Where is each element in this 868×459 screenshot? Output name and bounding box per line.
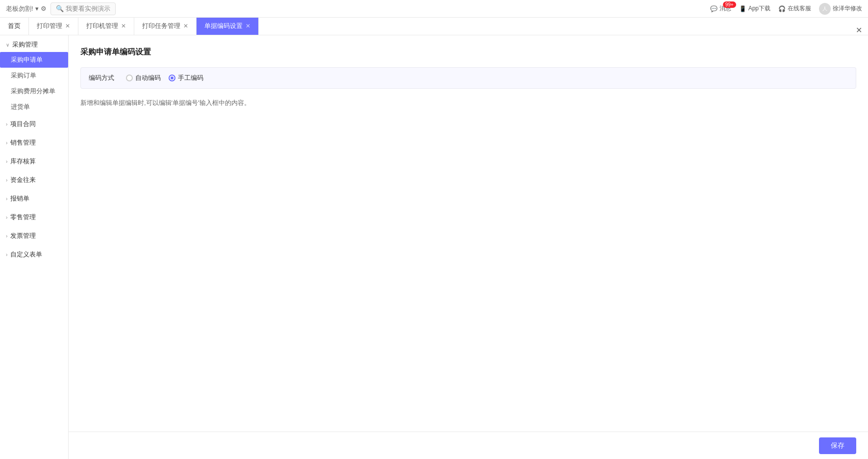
sidebar-group-label-custom: 自定义表单 xyxy=(10,250,42,259)
message-button[interactable]: 💬 消息 99+ xyxy=(710,4,731,13)
sidebar-item-purchase-order[interactable]: 采购订单 xyxy=(0,68,68,83)
manual-encode-radio[interactable]: 手工编码 xyxy=(169,74,203,82)
content-area: 采购申请单编码设置 编码方式 自动编码 手工编码 新增和编辑单据编辑时,可以编辑… xyxy=(69,35,868,459)
sidebar-group-label-invoice: 发票管理 xyxy=(10,231,36,240)
search-text: 我要看实例演示 xyxy=(66,4,110,13)
manual-encode-label: 手工编码 xyxy=(178,74,203,82)
message-badge: 99+ xyxy=(723,1,736,8)
sidebar-group-label-capital: 资金往来 xyxy=(10,176,36,184)
arrow-right-icon-project: › xyxy=(6,122,7,127)
user-name: 徐泽华修改 xyxy=(833,4,862,13)
tab-print-task[interactable]: 打印任务管理 ✕ xyxy=(134,17,197,35)
app-icon: 📱 xyxy=(739,5,746,12)
sidebar-group-project[interactable]: › 项目合同 xyxy=(0,115,68,133)
save-button[interactable]: 保存 xyxy=(819,437,856,454)
tab-bar: 首页 打印管理 ✕ 打印机管理 ✕ 打印任务管理 ✕ 单据编码设置 ✕ ✕ xyxy=(0,18,868,35)
top-bar: 老板勿割! ▾ ⚙ 🔍 我要看实例演示 💬 消息 99+ 📱 App下载 🎧 在… xyxy=(0,0,868,18)
sidebar-group-label-inventory: 库存核算 xyxy=(10,157,36,166)
tab-printer-management[interactable]: 打印机管理 ✕ xyxy=(78,17,134,35)
sidebar-item-purchase-expense[interactable]: 采购费用分摊单 xyxy=(0,83,68,99)
avatar: 人 xyxy=(819,3,831,15)
auto-encode-label: 自动编码 xyxy=(135,74,161,82)
sidebar-group-label-project: 项目合同 xyxy=(10,120,36,128)
close-all-tabs[interactable]: ✕ xyxy=(856,26,868,35)
sidebar-item-purchase-request[interactable]: 采购申请单 xyxy=(0,52,68,68)
auto-encode-radio-circle xyxy=(126,75,133,81)
app-download-button[interactable]: 📱 App下载 xyxy=(739,4,770,13)
sidebar: ∨ 采购管理 采购申请单 采购订单 采购费用分摊单 进货单 › 项目合同 › 销… xyxy=(0,35,69,459)
logo-text: 老板勿割! xyxy=(6,4,33,13)
sidebar-item-label-purchase-expense: 采购费用分摊单 xyxy=(11,87,55,96)
app-logo: 老板勿割! ▾ ⚙ xyxy=(6,4,47,13)
sidebar-group-label-retail: 零售管理 xyxy=(10,213,36,222)
sidebar-group-custom-form[interactable]: › 自定义表单 xyxy=(0,245,68,264)
dropdown-icon[interactable]: ▾ xyxy=(35,5,39,12)
arrow-right-icon-expense: › xyxy=(6,196,7,202)
message-icon: 💬 xyxy=(710,5,718,12)
sidebar-group-invoice[interactable]: › 发票管理 xyxy=(0,227,68,245)
close-tab-encode-setting[interactable]: ✕ xyxy=(246,23,250,29)
sidebar-item-label-goods-receipt: 进货单 xyxy=(11,102,30,111)
arrow-right-icon-retail: › xyxy=(6,215,7,220)
tab-home[interactable]: 首页 xyxy=(0,17,29,35)
sidebar-group-expense-claim[interactable]: › 报销单 xyxy=(0,189,68,208)
top-bar-left: 老板勿割! ▾ ⚙ 🔍 我要看实例演示 xyxy=(6,2,116,15)
close-tab-print-management[interactable]: ✕ xyxy=(65,23,70,29)
sidebar-group-label-purchase: 采购管理 xyxy=(12,40,38,49)
encoding-section: 编码方式 自动编码 手工编码 xyxy=(80,67,856,89)
page-content: 采购申请单编码设置 编码方式 自动编码 手工编码 新增和编辑单据编辑时,可以编辑… xyxy=(69,35,868,432)
search-bar[interactable]: 🔍 我要看实例演示 xyxy=(50,2,116,15)
tab-print-management[interactable]: 打印管理 ✕ xyxy=(29,17,78,35)
sidebar-item-label-purchase-order: 采购订单 xyxy=(11,71,36,80)
sidebar-item-label-purchase-request: 采购申请单 xyxy=(11,55,43,64)
hint-text: 新增和编辑单据编辑时,可以编辑'单据编号'输入框中的内容。 xyxy=(80,99,856,107)
customer-service-label: 在线客服 xyxy=(788,4,811,13)
sidebar-item-goods-receipt[interactable]: 进货单 xyxy=(0,99,68,115)
arrow-right-icon-capital: › xyxy=(6,178,7,183)
manual-encode-radio-circle xyxy=(169,75,175,81)
sidebar-group-label-expense: 报销单 xyxy=(10,194,29,203)
tab-print-task-label: 打印任务管理 xyxy=(142,22,180,30)
headset-icon: 🎧 xyxy=(778,5,786,12)
sidebar-group-label-sales: 销售管理 xyxy=(10,138,36,147)
settings-icon[interactable]: ⚙ xyxy=(41,5,47,12)
sidebar-group-sales[interactable]: › 销售管理 xyxy=(0,133,68,152)
close-tab-print-task[interactable]: ✕ xyxy=(183,23,188,29)
sidebar-group-title-purchase[interactable]: ∨ 采购管理 xyxy=(0,35,68,52)
page-title: 采购申请单编码设置 xyxy=(80,47,856,57)
sidebar-group-retail[interactable]: › 零售管理 xyxy=(0,208,68,227)
sidebar-group-capital[interactable]: › 资金往来 xyxy=(0,171,68,189)
main-layout: ∨ 采购管理 采购申请单 采购订单 采购费用分摊单 进货单 › 项目合同 › 销… xyxy=(0,35,868,459)
sidebar-group-purchase: ∨ 采购管理 采购申请单 采购订单 采购费用分摊单 进货单 xyxy=(0,35,68,115)
tab-encode-setting-label: 单据编码设置 xyxy=(204,22,243,30)
tab-encode-setting[interactable]: 单据编码设置 ✕ xyxy=(197,17,259,35)
app-download-label: App下载 xyxy=(748,4,770,13)
user-menu[interactable]: 人 徐泽华修改 xyxy=(819,3,862,15)
sidebar-group-inventory[interactable]: › 库存核算 xyxy=(0,152,68,171)
tab-print-management-label: 打印管理 xyxy=(37,22,62,30)
customer-service-button[interactable]: 🎧 在线客服 xyxy=(778,4,811,13)
arrow-right-icon-sales: › xyxy=(6,140,7,146)
arrow-right-icon-custom: › xyxy=(6,252,7,257)
arrow-down-icon: ∨ xyxy=(6,42,9,48)
page-footer: 保存 xyxy=(69,432,868,459)
encoding-label: 编码方式 xyxy=(89,74,114,82)
tab-printer-management-label: 打印机管理 xyxy=(86,22,118,30)
close-tab-printer-management[interactable]: ✕ xyxy=(121,23,126,29)
tab-home-label: 首页 xyxy=(8,22,21,30)
search-icon: 🔍 xyxy=(56,5,64,12)
arrow-right-icon-invoice: › xyxy=(6,233,7,239)
arrow-right-icon-inventory: › xyxy=(6,159,7,164)
auto-encode-radio[interactable]: 自动编码 xyxy=(126,74,161,82)
top-bar-right: 💬 消息 99+ 📱 App下载 🎧 在线客服 人 徐泽华修改 xyxy=(710,3,862,15)
